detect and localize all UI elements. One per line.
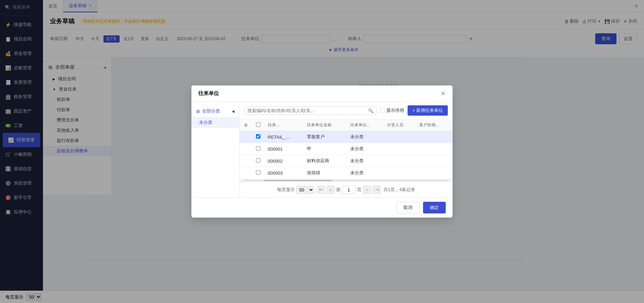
cat-item-unclassified[interactable]: 未分类 <box>191 117 239 128</box>
row-code: 000001 <box>264 143 303 155</box>
page-nav: ⊢ ‹ 第 页 › ⊣ <box>317 186 381 194</box>
partner-table: ⚙ 往来... 往来单位名称 往来单位... 分管人员 客户价格... <box>240 119 453 179</box>
horizontal-scrollbar[interactable] <box>240 179 453 182</box>
row-checkbox-4[interactable] <box>256 170 260 175</box>
row-manager <box>384 155 415 167</box>
row-name: 张筛得 <box>303 167 347 179</box>
row-code: 000003 <box>264 167 303 179</box>
grid-cat-icon: ⊞ <box>196 109 200 114</box>
row-settings <box>240 155 252 167</box>
page-label-pre: 第 <box>336 187 341 193</box>
row-name: 材料供应商 <box>303 155 347 167</box>
th-settings: ⚙ <box>240 119 252 131</box>
dialog-close-btn[interactable]: ✕ <box>441 91 446 97</box>
row-manager <box>384 167 415 179</box>
current-page-input[interactable] <box>342 186 356 194</box>
row-settings <box>240 167 252 179</box>
add-partner-button[interactable]: + 新增往来单位 <box>408 105 448 116</box>
row-name: 零散客户 <box>303 131 347 143</box>
prev-page-btn[interactable]: ‹ <box>326 186 335 194</box>
dialog-header: 往来单位 ✕ <box>191 85 453 102</box>
search-box: 🔍 <box>244 106 377 115</box>
first-page-btn[interactable]: ⊢ <box>317 186 325 194</box>
row-checkbox-3[interactable] <box>256 158 260 163</box>
cancel-button[interactable]: 取消 <box>396 202 420 213</box>
row-settings <box>240 131 252 143</box>
th-price: 客户价格... <box>416 119 453 131</box>
row-manager <box>384 143 415 155</box>
page-size-select: 每页显示 50 100 200 <box>277 186 314 194</box>
settings-col-icon[interactable]: ⚙ <box>244 123 248 128</box>
checkbox-icon <box>380 108 385 113</box>
list-panel: 🔍 显示停用 + 新增往来单位 ⚙ <box>240 102 453 197</box>
row-check[interactable] <box>252 143 264 155</box>
cat-header-label: 全部分类 <box>202 108 220 114</box>
table-header-row: ⚙ 往来... 往来单位名称 往来单位... 分管人员 客户价格... <box>240 119 453 131</box>
select-all-checkbox[interactable] <box>256 123 260 127</box>
th-manager: 分管人员 <box>384 119 415 131</box>
row-settings <box>240 143 252 155</box>
th-name: 往来单位名称 <box>303 119 347 131</box>
per-page-label: 每页显示 <box>277 187 295 193</box>
data-table: ⚙ 往来... 往来单位名称 往来单位... 分管人员 客户价格... <box>240 119 453 179</box>
pagination: 每页显示 50 100 200 ⊢ ‹ 第 页 › <box>240 182 453 197</box>
row-manager <box>384 131 415 143</box>
per-page-dropdown[interactable]: 50 100 200 <box>296 186 314 194</box>
row-code: RETAIL_... <box>264 131 303 143</box>
row-price <box>416 155 453 167</box>
table-row[interactable]: 000003 张筛得 未分类 <box>240 167 453 179</box>
scrollbar-track <box>243 180 449 181</box>
confirm-button[interactable]: 确定 <box>423 202 446 213</box>
partner-search-input[interactable] <box>247 108 366 113</box>
th-code: 往来... <box>264 119 303 131</box>
row-category: 未分类 <box>347 143 384 155</box>
category-header[interactable]: ⊞ 全部分类 ◀ <box>191 105 239 117</box>
show-disabled-label: 显示停用 <box>386 107 404 114</box>
row-name: 甲 <box>303 143 347 155</box>
row-price <box>416 143 453 155</box>
th-category: 往来单位... <box>347 119 384 131</box>
show-disabled-checkbox[interactable]: 显示停用 <box>380 107 404 114</box>
row-category: 未分类 <box>347 155 384 167</box>
page-label-post: 页 <box>357 187 362 193</box>
cat-collapse-icon[interactable]: ◀ <box>232 109 234 114</box>
row-check[interactable] <box>252 155 264 167</box>
row-code: 000002 <box>264 155 303 167</box>
dialog-title: 往来单位 <box>198 90 219 97</box>
table-row[interactable]: 000002 材料供应商 未分类 <box>240 155 453 167</box>
dialog-body: ⊞ 全部分类 ◀ 未分类 🔍 显示停用 <box>191 102 453 197</box>
row-category: 未分类 <box>347 167 384 179</box>
search-input-icon: 🔍 <box>368 108 374 113</box>
dialog-footer: 取消 确定 <box>191 197 453 218</box>
category-panel: ⊞ 全部分类 ◀ 未分类 <box>191 102 240 197</box>
row-price <box>416 131 453 143</box>
row-checkbox-2[interactable] <box>256 146 260 151</box>
next-page-btn[interactable]: › <box>363 186 371 194</box>
last-page-btn[interactable]: ⊣ <box>373 186 381 194</box>
partner-dialog: 往来单位 ✕ ⊞ 全部分类 ◀ 未分类 <box>191 85 453 218</box>
row-check[interactable] <box>252 131 264 143</box>
dialog-overlay: 往来单位 ✕ ⊞ 全部分类 ◀ 未分类 <box>0 0 644 303</box>
scrollbar-thumb[interactable] <box>264 180 332 181</box>
total-label: 共1页，4条记录 <box>384 187 415 193</box>
row-checkbox-1[interactable] <box>256 134 260 139</box>
row-check[interactable] <box>252 167 264 179</box>
table-row[interactable]: RETAIL_... 零散客户 未分类 <box>240 131 453 143</box>
table-row[interactable]: 000001 甲 未分类 <box>240 143 453 155</box>
list-toolbar: 🔍 显示停用 + 新增往来单位 <box>240 102 453 119</box>
row-category: 未分类 <box>347 131 384 143</box>
th-check <box>252 119 264 131</box>
row-price <box>416 167 453 179</box>
